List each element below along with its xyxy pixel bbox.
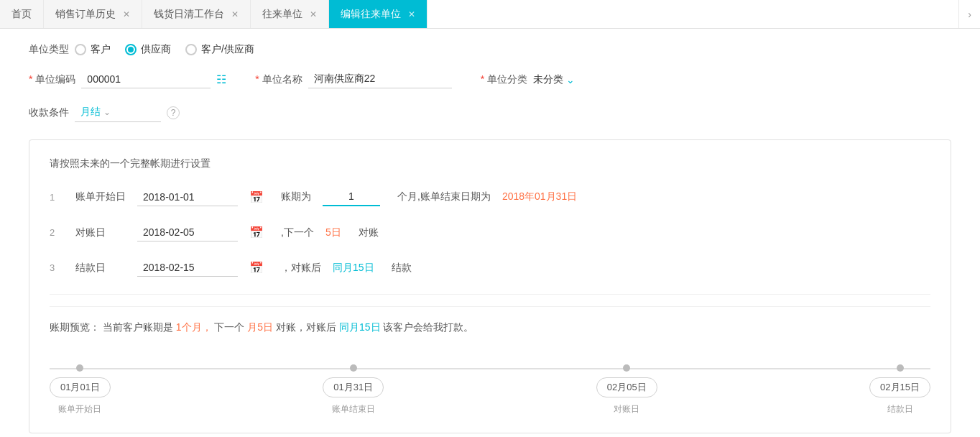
setting-row3-pre: ，对账后	[281, 262, 321, 275]
reconcile-date-cal-icon[interactable]: 📅	[249, 226, 264, 239]
reconcile-date-input[interactable]	[137, 224, 238, 242]
setting-name-3: 结款日	[75, 262, 126, 275]
tab-cash-work[interactable]: 钱货日清工作台 ✕	[142, 0, 251, 28]
radio-label-supplier: 供应商	[141, 43, 171, 56]
tab-close-edit-partner[interactable]: ✕	[408, 9, 415, 19]
preview-highlight2: 月5日	[247, 321, 273, 333]
setting-row3-suffix: 结款	[392, 262, 412, 275]
timeline-label-3: 对账日	[614, 403, 639, 415]
radio-customer[interactable]: 客户	[75, 43, 111, 56]
setting-row1-suffix: 个月,账单结束日期为	[397, 190, 491, 203]
setting-row-1: 1 账单开始日 📅 账期为 个月,账单结束日期为 2018年01月31日	[50, 188, 930, 206]
unit-category-value: 未分类	[533, 73, 563, 86]
preview-highlight1: 1个月，	[176, 321, 212, 333]
preview-text-end: 该客户会给我打款。	[383, 321, 473, 333]
payment-terms-dropdown-arrow-icon: ⌄	[103, 107, 111, 117]
start-date-cal-icon[interactable]: 📅	[249, 190, 264, 204]
unit-code-label: 单位编码	[29, 73, 75, 86]
unit-code-group: 单位编码 ☷	[29, 70, 226, 88]
unit-category-select[interactable]: 未分类 ⌄	[533, 73, 641, 86]
radio-circle-customer	[75, 44, 86, 55]
preview-label: 账期预览：	[50, 321, 100, 333]
unit-name-group: 单位名称	[255, 70, 451, 88]
unit-category-chevron-icon: ⌄	[566, 74, 575, 86]
timeline-chip-2: 01月31日	[323, 377, 384, 397]
setting-name-1: 账单开始日	[75, 190, 126, 203]
setting-row3-highlight: 同月15日	[333, 262, 374, 275]
preview-section: 账期预览： 当前客户账期是 1个月， 下一个 月5日 对账，对账后 同月15日 …	[50, 306, 930, 415]
setting-num-2: 2	[50, 227, 64, 238]
start-date-input[interactable]	[137, 188, 238, 206]
timeline-label-2: 账单结束日	[332, 403, 375, 415]
settle-date-input[interactable]	[137, 259, 238, 277]
setting-row2-highlight: 5日	[325, 226, 341, 239]
radio-circle-both	[185, 44, 197, 55]
timeline-wrapper: 01月01日 账单开始日 01月31日 账单结束日 02月05日 对账日	[50, 358, 930, 415]
unit-code-icon[interactable]: ☷	[216, 73, 226, 86]
setting-num-3: 3	[50, 262, 64, 273]
settings-card: 请按照未来的一个完整帐期进行设置 1 账单开始日 📅 账期为 个月,账单结束日期…	[29, 139, 951, 433]
timeline-label-1: 账单开始日	[58, 403, 101, 415]
timeline-chip-4: 02月15日	[869, 377, 930, 397]
timeline-chip-1: 01月01日	[50, 377, 111, 397]
preview-text-mid: 下一个	[214, 321, 244, 333]
preview-text: 账期预览： 当前客户账期是 1个月， 下一个 月5日 对账，对账后 同月15日 …	[50, 318, 930, 336]
main-content: 单位类型 客户 供应商 客户/供应商 单位编码 ☷	[0, 29, 980, 437]
setting-row1-prefix: 账期为	[281, 190, 311, 203]
tab-close-cash-work[interactable]: ✕	[231, 9, 239, 19]
radio-label-both: 客户/供应商	[201, 43, 254, 56]
payment-terms-row: 收款条件 月结 ⌄ ?	[29, 103, 951, 122]
timeline-nodes: 01月01日 账单开始日 01月31日 账单结束日 02月05日 对账日	[50, 358, 930, 415]
tab-bar: 首页 销售订单历史 ✕ 钱货日清工作台 ✕ 往来单位 ✕ 编辑往来单位 ✕ ›	[0, 0, 980, 29]
payment-terms-help-icon[interactable]: ?	[167, 106, 180, 119]
preview-highlight3: 同月15日	[339, 321, 381, 333]
payment-terms-dropdown[interactable]: 月结 ⌄	[75, 103, 161, 122]
setting-name-2: 对账日	[75, 226, 126, 239]
divider	[50, 294, 930, 295]
setting-row1-end-date: 2018年01月31日	[502, 190, 577, 203]
payment-terms-value: 月结	[80, 106, 101, 119]
unit-info-row: 单位编码 ☷ 单位名称 单位分类 未分类 ⌄	[29, 70, 951, 88]
timeline-node-4: 02月15日 结款日	[869, 358, 930, 415]
unit-category-label: 单位分类	[481, 73, 527, 86]
setting-row2-pre: ,下一个	[281, 226, 314, 239]
unit-name-input[interactable]	[308, 70, 452, 88]
setting-row-2: 2 对账日 📅 ,下一个 5日 对账	[50, 224, 930, 242]
setting-row2-suffix: 对账	[359, 226, 379, 239]
unit-name-label: 单位名称	[255, 73, 302, 86]
tab-close-sales-history[interactable]: ✕	[123, 9, 130, 19]
timeline-node-1: 01月01日 账单开始日	[50, 358, 111, 415]
radio-both[interactable]: 客户/供应商	[185, 43, 254, 56]
timeline-label-4: 结款日	[887, 403, 913, 415]
unit-type-row: 单位类型 客户 供应商 客户/供应商	[29, 43, 951, 56]
tab-partner[interactable]: 往来单位 ✕	[251, 0, 329, 28]
unit-type-label: 单位类型	[29, 43, 69, 56]
payment-terms-label: 收款条件	[29, 106, 69, 119]
radio-circle-supplier	[125, 44, 137, 55]
unit-category-group: 单位分类 未分类 ⌄	[481, 73, 641, 86]
tab-sales-history[interactable]: 销售订单历史 ✕	[44, 0, 142, 28]
timeline-chip-3: 02月05日	[596, 377, 657, 397]
setting-row-3: 3 结款日 📅 ，对账后 同月15日 结款	[50, 259, 930, 277]
radio-group: 客户 供应商 客户/供应商	[75, 43, 254, 56]
setting-num-1: 1	[50, 192, 64, 203]
preview-text-pre: 当前客户账期是	[103, 321, 173, 333]
radio-label-customer: 客户	[91, 43, 111, 56]
tab-more-button[interactable]: ›	[958, 0, 980, 28]
unit-code-input[interactable]	[81, 70, 211, 88]
tab-close-partner[interactable]: ✕	[310, 9, 317, 19]
tab-home[interactable]: 首页	[0, 0, 44, 28]
period-input[interactable]	[323, 188, 380, 206]
settle-date-cal-icon[interactable]: 📅	[249, 261, 264, 275]
preview-text-mid2: 对账，对账后	[276, 321, 336, 333]
timeline-node-3: 02月05日 对账日	[596, 358, 657, 415]
radio-supplier[interactable]: 供应商	[125, 43, 171, 56]
tab-edit-partner[interactable]: 编辑往来单位 ✕	[329, 0, 427, 28]
unit-type-group: 单位类型 客户 供应商 客户/供应商	[29, 43, 254, 56]
payment-terms-group: 收款条件 月结 ⌄ ?	[29, 103, 180, 122]
settings-card-title: 请按照未来的一个完整帐期进行设置	[50, 157, 930, 170]
timeline-node-2: 01月31日 账单结束日	[323, 358, 384, 415]
